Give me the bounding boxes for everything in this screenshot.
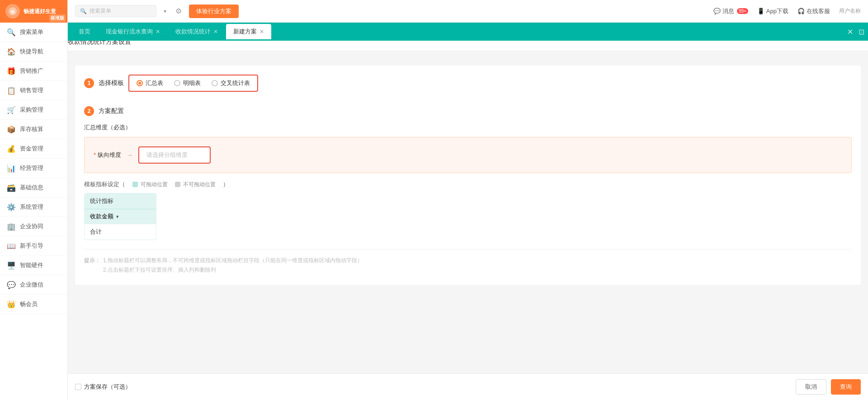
- quick-nav-icon: 🏠: [7, 47, 15, 56]
- inventory-icon: 📦: [7, 125, 15, 133]
- page-title: 收款情况统计方案设置: [68, 41, 868, 51]
- sidebar-item-hardware[interactable]: 🖥️ 智能硬件: [0, 256, 67, 275]
- sidebar-item-finance[interactable]: 💰 资金管理: [0, 139, 67, 159]
- download-btn[interactable]: 📱 App下载: [757, 7, 788, 15]
- save-checkbox[interactable]: [75, 384, 81, 390]
- sidebar-item-label: 经营管理: [20, 164, 43, 172]
- sidebar-item-wechat[interactable]: 💬 企业微信: [0, 275, 67, 295]
- sidebar-item-enterprise[interactable]: 🏢 企业协同: [0, 217, 67, 236]
- sidebar-item-marketing[interactable]: 🎁 营销推广: [0, 61, 67, 81]
- notification-badge: 99+: [737, 8, 748, 14]
- tab-collection-stats[interactable]: 收款情况统计 ✕: [168, 24, 225, 39]
- wechat-icon: 💬: [7, 281, 15, 289]
- metric-table: 统计指标 收款金额 ▾ 合计: [84, 193, 156, 240]
- sales-icon: 📋: [7, 86, 15, 94]
- step2-number: 2: [84, 106, 94, 116]
- search-placeholder: 搜索菜单: [90, 7, 111, 15]
- metric-item-label: 收款金额: [90, 212, 113, 221]
- marketing-icon: 🎁: [7, 67, 15, 75]
- sidebar-item-label: 搜索菜单: [20, 28, 43, 36]
- dropdown-arrow-icon[interactable]: ▾: [164, 8, 166, 14]
- tips-section: 提示： 1.拖动标题栏可以调整布局，不可跨维度或指标区域拖动栏目字段（只能在同一…: [84, 249, 852, 274]
- tip-item-1: 提示： 1.拖动标题栏可以调整布局，不可跨维度或指标区域拖动栏目字段（只能在同一…: [84, 257, 852, 264]
- save-label: 方案保存（可选）: [84, 383, 131, 391]
- tab-bank-flow-close-icon[interactable]: ✕: [156, 28, 160, 35]
- tab-home[interactable]: 首页: [71, 24, 98, 39]
- tab-new-plan-close-icon[interactable]: ✕: [259, 28, 264, 35]
- fixed-legend-label: 不可拖动位置: [183, 181, 216, 188]
- dimension-selector[interactable]: 请选择分组维度: [138, 146, 211, 164]
- sidebar-item-label: 采购管理: [20, 106, 43, 114]
- enterprise-icon: 🏢: [7, 222, 15, 231]
- settings-card: 1 选择模板 汇总表 明细表 交叉统计表: [75, 66, 861, 285]
- topbar-right: 💬 消息 99+ 📱 App下载 🎧 在线客服 用户名称: [713, 7, 861, 15]
- sidebar-item-search-menu[interactable]: 🔍 搜索菜单: [0, 23, 67, 42]
- sidebar-item-inventory[interactable]: 📦 库存核算: [0, 120, 67, 139]
- search-box[interactable]: 🔍 搜索菜单: [75, 5, 156, 17]
- sidebar-item-purchase[interactable]: 🛒 采购管理: [0, 100, 67, 120]
- sidebar-item-member[interactable]: 👑 畅会员: [0, 295, 67, 314]
- radio-detail-label: 明细表: [183, 79, 201, 87]
- member-icon: 👑: [7, 300, 15, 308]
- metric-title: 模板指标设定（: [84, 180, 125, 188]
- sidebar-item-label: 畅会员: [20, 300, 38, 308]
- cancel-button[interactable]: 取消: [796, 379, 826, 395]
- metric-section: 模板指标设定（ 可拖动位置 不可拖动位置 ） 统计指标: [84, 180, 852, 240]
- radio-cross[interactable]: 交叉统计表: [212, 79, 250, 87]
- service-label: 在线客服: [807, 7, 830, 15]
- vertical-dimension-label: * 纵向维度: [94, 151, 121, 159]
- vertical-dimension-row: * 纵向维度 → 请选择分组维度: [94, 146, 842, 164]
- metric-item-row[interactable]: 收款金额 ▾: [85, 209, 156, 224]
- search-menu-icon: 🔍: [7, 28, 15, 36]
- service-btn[interactable]: 🎧 在线客服: [797, 7, 830, 15]
- radio-summary[interactable]: 汇总表: [137, 79, 163, 87]
- sidebar-item-quick-nav[interactable]: 🏠 快捷导航: [0, 42, 67, 61]
- settings-icon[interactable]: ⚙: [175, 7, 182, 15]
- tab-window-controls: ✕ ⊡: [847, 28, 864, 36]
- draggable-legend-label: 可拖动位置: [141, 181, 168, 188]
- guide-icon: 📖: [7, 242, 15, 250]
- sidebar-item-label: 企业微信: [20, 281, 43, 289]
- sidebar-item-guide[interactable]: 📖 新手引导: [0, 236, 67, 256]
- maximize-icon[interactable]: ⊡: [859, 28, 864, 36]
- logo-text: 畅捷通好生意: [24, 8, 56, 15]
- step1-number: 1: [84, 78, 94, 88]
- logo-icon: 畅: [5, 4, 20, 19]
- sidebar-item-label: 库存核算: [20, 125, 43, 133]
- finance-icon: 💰: [7, 145, 15, 153]
- operation-icon: 📊: [7, 164, 15, 172]
- trial-btn[interactable]: 体验行业方案: [189, 5, 239, 18]
- sidebar-item-label: 资金管理: [20, 145, 43, 153]
- query-button[interactable]: 查询: [831, 379, 861, 395]
- sidebar-item-sales[interactable]: 📋 销售管理: [0, 81, 67, 100]
- sidebar-item-label: 企业协同: [20, 222, 43, 231]
- notification-btn[interactable]: 💬 消息 99+: [713, 7, 748, 15]
- main-content: 🔍 搜索菜单 ▾ ⚙ 体验行业方案 💬 消息 99+ 📱 App下载 🎧 在线客…: [68, 0, 868, 400]
- radio-summary-label: 汇总表: [146, 79, 163, 87]
- tab-new-plan[interactable]: 新建方案 ✕: [226, 24, 271, 39]
- save-checkbox-label[interactable]: 方案保存（可选）: [75, 383, 131, 391]
- download-icon: 📱: [757, 8, 764, 14]
- hardware-icon: 🖥️: [7, 261, 15, 269]
- sidebar-item-label: 新手引导: [20, 242, 43, 250]
- tab-bank-flow[interactable]: 现金银行流水查询 ✕: [99, 24, 167, 39]
- sidebar-item-operation[interactable]: 📊 经营管理: [0, 159, 67, 178]
- sidebar: 畅 畅捷通好生意 标准版 🔍 搜索菜单 🏠 快捷导航 🎁 营销推广 📋 销售管理…: [0, 0, 68, 400]
- sidebar-item-basic-info[interactable]: 🗃️ 基础信息: [0, 178, 67, 198]
- metric-dropdown-icon[interactable]: ▾: [116, 214, 119, 220]
- topbar: 🔍 搜索菜单 ▾ ⚙ 体验行业方案 💬 消息 99+ 📱 App下载 🎧 在线客…: [68, 0, 868, 23]
- radio-detail[interactable]: 明细表: [174, 79, 201, 87]
- basic-info-icon: 🗃️: [7, 184, 15, 192]
- minimize-icon[interactable]: ✕: [847, 28, 853, 36]
- metric-header: 模板指标设定（ 可拖动位置 不可拖动位置 ）: [84, 180, 852, 188]
- tab-new-plan-label: 新建方案: [233, 28, 257, 36]
- sidebar-item-system[interactable]: ⚙️ 系统管理: [0, 198, 67, 217]
- sidebar-item-label: 基础信息: [20, 184, 43, 192]
- tab-collection-close-icon[interactable]: ✕: [213, 28, 218, 35]
- footer-buttons: 取消 查询: [796, 379, 861, 395]
- radio-cross-circle: [212, 80, 218, 86]
- draggable-legend-box: [132, 182, 138, 187]
- metric-table-header[interactable]: 统计指标: [85, 193, 156, 209]
- search-icon: 🔍: [80, 8, 87, 14]
- radio-summary-circle: [137, 80, 143, 86]
